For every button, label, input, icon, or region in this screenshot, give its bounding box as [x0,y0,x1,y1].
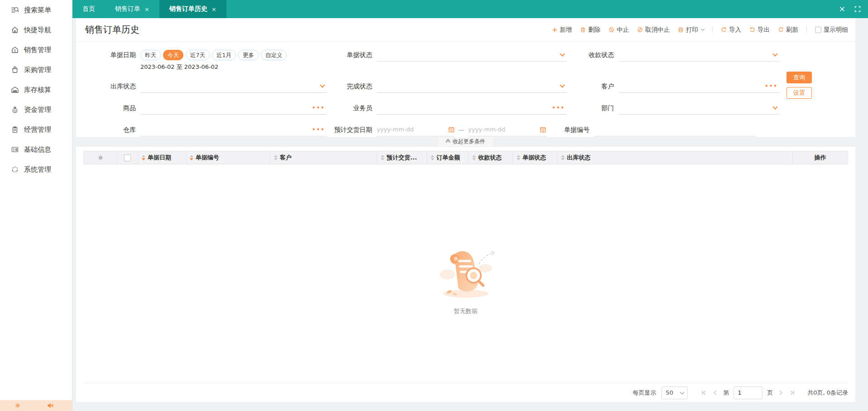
abort-button[interactable]: 中止 [609,26,629,34]
sidebar-item-search-menu[interactable]: 搜索菜单 [0,0,72,20]
calendar-icon[interactable] [448,126,455,133]
sidebar-item-base-info[interactable]: 基础信息 [0,140,72,160]
trash-icon [580,27,586,33]
tab-home[interactable]: 首页 [72,0,105,18]
column-header-customer[interactable]: 客户 [270,151,377,164]
doc-no-input[interactable] [594,123,755,136]
payment-status-select[interactable] [619,48,780,62]
column-settings-button[interactable] [84,151,117,164]
title-row: 销售订单历史 新增 删除 中止 取消中止 [76,18,855,42]
tab-close-icon[interactable]: × [144,6,149,12]
delete-button-label: 删除 [588,26,600,34]
gear-icon[interactable] [14,402,21,409]
column-header-label: 单据日期 [148,154,171,162]
last-page-button[interactable] [789,389,796,396]
printer-icon [678,27,684,33]
new-button[interactable]: 新增 [552,26,572,34]
cancel-abort-button-label: 取消中止 [645,26,670,34]
delivery-date-start-input[interactable] [377,126,426,133]
cancel-abort-button[interactable]: 取消中止 [637,26,670,34]
pill-more[interactable]: 更多 [238,50,259,60]
product-picker[interactable]: ••• [140,101,327,115]
sidebar-item-label: 库存核算 [24,86,51,94]
sidebar-item-funds-mgmt[interactable]: ¥ 资金管理 [0,100,72,120]
tab-sales-order[interactable]: 销售订单 × [105,0,159,18]
sidebar-item-label: 资金管理 [24,106,51,114]
import-icon [721,27,727,33]
sidebar-item-inventory-accounting[interactable]: 库存核算 [0,80,72,100]
column-header-order-amount[interactable]: 订单金额 [427,151,469,164]
sort-icon [517,155,520,160]
column-header-delivery-date[interactable]: 预计交货... [377,151,427,164]
doc-date-field: 昨天 今天 近7天 近1月 更多 自定义 2023-06-02 至 2023-0… [140,48,327,71]
page-prefix: 第 [723,389,729,397]
refresh-button-label: 刷新 [786,26,798,34]
sidebar: 搜索菜单 快捷导航 $ 销售管理 采购管理 库存核算 ¥ 资金管理 经营管理 基… [0,0,72,411]
doc-no-label: 单据编号 [546,123,590,136]
salesman-picker[interactable]: ••• [377,101,567,115]
query-button[interactable]: 查询 [786,72,812,83]
chevron-down-icon [772,51,777,56]
show-detail-toggle[interactable]: 显示明细 [815,26,848,34]
delivery-date-label: 预计交货日期 [327,123,372,136]
show-detail-checkbox[interactable] [815,27,821,33]
export-button[interactable]: 导出 [749,26,770,34]
pill-last7days[interactable]: 近7天 [186,50,210,60]
delivery-date-end[interactable] [468,123,546,136]
print-button[interactable]: 打印 [678,26,704,34]
column-header-doc-status[interactable]: 单据状态 [513,151,557,164]
finish-status-select[interactable] [377,79,567,93]
sidebar-item-sales-mgmt[interactable]: $ 销售管理 [0,40,72,60]
customer-picker[interactable]: ••• [619,79,780,93]
department-select[interactable] [619,101,780,115]
page-number-input[interactable] [734,387,762,399]
refresh-button[interactable]: 刷新 [778,26,798,34]
doc-status-select[interactable] [377,48,567,62]
speaker-icon[interactable] [47,402,53,409]
pill-custom[interactable]: 自定义 [261,50,287,60]
import-button[interactable]: 导入 [721,26,741,34]
tab-sales-order-history[interactable]: 销售订单历史 × [159,0,226,18]
select-all-cell [117,151,138,164]
pill-last1month[interactable]: 近1月 [212,50,236,60]
fullscreen-icon[interactable] [854,6,861,12]
warehouse-picker[interactable]: ••• [140,123,327,136]
filter-row: 出库状态 完成状态 客户 ••• [83,79,855,93]
sidebar-item-operations-mgmt[interactable]: 经营管理 [0,120,72,140]
chevron-down-icon [680,390,685,394]
pill-yesterday[interactable]: 昨天 [140,50,161,60]
payment-status-label: 收款状态 [567,48,614,62]
sort-icon [274,155,278,160]
sidebar-item-purchase-mgmt[interactable]: 采购管理 [0,60,72,80]
first-page-button[interactable] [700,389,707,396]
next-page-button[interactable] [777,389,784,396]
window-close-icon[interactable] [839,6,845,12]
results-panel: 单据日期 单据编号 客户 预计交货... 订单金额 [76,147,855,402]
delivery-date-end-input[interactable] [468,126,517,133]
column-header-outbound-status[interactable]: 出库状态 [557,151,793,164]
tab-close-icon[interactable]: × [211,6,216,12]
sidebar-item-quick-nav[interactable]: 快捷导航 [0,20,72,40]
collapse-more-filters[interactable]: 收起更多条件 [438,137,494,147]
sidebar-item-system-mgmt[interactable]: 系统管理 [0,160,72,179]
sidebar-item-label: 采购管理 [24,66,51,74]
doc-no-field[interactable] [594,123,755,136]
prev-page-button[interactable] [712,389,719,396]
column-header-payment-status[interactable]: 收款状态 [469,151,513,164]
filter-row: 商品 ••• 业务员 ••• 部门 [83,101,855,115]
date-range-separator: — [458,123,465,136]
settings-button[interactable]: 设置 [786,87,812,99]
sort-icon [142,155,145,160]
per-page-select[interactable]: 50 [662,387,688,399]
pill-today[interactable]: 今天 [163,50,183,60]
column-header-doc-no[interactable]: 单据编号 [186,151,270,164]
column-header-doc-date[interactable]: 单据日期 [138,151,186,164]
calendar-icon[interactable] [540,126,546,133]
sidebar-item-label: 搜索菜单 [24,6,51,15]
select-all-checkbox[interactable] [124,155,131,161]
column-header-label: 单据状态 [523,154,546,162]
outbound-status-select[interactable] [140,79,327,93]
filter-row: 单据日期 昨天 今天 近7天 近1月 更多 自定义 2023-06-02 至 2… [83,48,855,71]
delete-button[interactable]: 删除 [580,26,600,34]
delivery-date-start[interactable] [377,123,455,136]
